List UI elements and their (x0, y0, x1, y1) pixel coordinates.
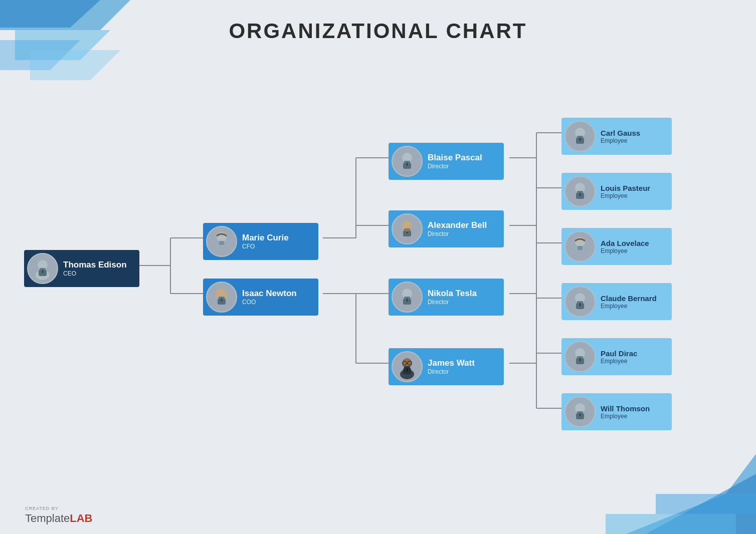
marie-curie-card: Marie Curie CFO (203, 223, 318, 260)
claude-bernard-role: Employee (601, 303, 657, 310)
ceo-avatar (27, 253, 58, 284)
carl-gauss-text: Carl Gauss Employee (601, 129, 640, 144)
svg-marker-8 (656, 494, 756, 514)
ceo-text: Thomas Edison CEO (63, 260, 127, 277)
nikola-tesla-node: Nikola Tesla Director (389, 279, 504, 316)
nikola-tesla-name: Nikola Tesla (428, 289, 477, 299)
louis-pasteur-role: Employee (601, 192, 650, 199)
nikola-tesla-role: Director (428, 299, 477, 306)
marie-curie-avatar (206, 226, 237, 257)
paul-dirac-text: Paul Dirac Employee (601, 349, 637, 365)
nikola-tesla-card: Nikola Tesla Director (389, 279, 504, 316)
svg-rect-42 (219, 241, 224, 245)
blaise-pascal-node: Blaise Pascal Director (389, 143, 504, 180)
alexander-bell-card: Alexander Bell Director (389, 210, 504, 247)
ada-lovelace-role: Employee (601, 247, 649, 254)
james-watt-text: James Watt Director (428, 358, 475, 375)
claude-bernard-name: Claude Bernard (601, 294, 657, 303)
blaise-pascal-text: Blaise Pascal Director (428, 153, 482, 170)
claude-bernard-text: Claude Bernard Employee (601, 294, 657, 310)
footer: CREATED BY TemplateLAB (25, 506, 93, 525)
louis-pasteur-card: Louis Pasteur Employee (561, 173, 672, 210)
will-thomson-avatar (564, 396, 596, 427)
ceo-role: CEO (63, 270, 127, 277)
svg-point-82 (574, 249, 587, 258)
james-watt-node: James Watt Director (389, 348, 504, 385)
svg-marker-7 (606, 514, 736, 534)
will-thomson-text: Will Thomson Employee (601, 404, 650, 420)
james-watt-role: Director (428, 368, 475, 375)
isaac-newton-name: Isaac Newton (242, 289, 297, 299)
page-title: ORGANIZATIONAL CHART (0, 19, 756, 43)
footer-brand-lab: LAB (70, 512, 92, 524)
ceo-node: Thomas Edison CEO (24, 250, 139, 287)
ada-lovelace-name: Ada Lovelace (601, 239, 649, 247)
ceo-card: Thomas Edison CEO (24, 250, 139, 287)
james-watt-card: James Watt Director (389, 348, 504, 385)
paul-dirac-name: Paul Dirac (601, 349, 637, 358)
alexander-bell-role: Director (428, 230, 487, 237)
marie-curie-name: Marie Curie (242, 233, 289, 243)
blaise-pascal-card: Blaise Pascal Director (389, 143, 504, 180)
alexander-bell-avatar (392, 213, 423, 244)
carl-gauss-name: Carl Gauss (601, 129, 640, 137)
marie-curie-node: Marie Curie CFO (203, 223, 318, 260)
isaac-newton-node: Isaac Newton COO (203, 279, 318, 316)
svg-rect-83 (578, 246, 583, 250)
carl-gauss-avatar (564, 121, 596, 152)
isaac-newton-card: Isaac Newton COO (203, 279, 318, 316)
louis-pasteur-name: Louis Pasteur (601, 184, 650, 192)
alexander-bell-name: Alexander Bell (428, 220, 487, 230)
footer-brand-template: Template (25, 512, 70, 524)
alexander-bell-node: Alexander Bell Director (389, 210, 504, 247)
carl-gauss-role: Employee (601, 137, 640, 144)
will-thomson-card: Will Thomson Employee (561, 393, 672, 430)
blaise-pascal-avatar (392, 146, 423, 177)
isaac-newton-role: COO (242, 299, 297, 306)
ada-lovelace-node: Ada Lovelace Employee (561, 228, 672, 265)
will-thomson-role: Employee (601, 413, 650, 420)
louis-pasteur-node: Louis Pasteur Employee (561, 173, 672, 210)
ada-lovelace-card: Ada Lovelace Employee (561, 228, 672, 265)
paul-dirac-node: Paul Dirac Employee (561, 338, 672, 375)
claude-bernard-avatar (564, 286, 596, 317)
james-watt-name: James Watt (428, 358, 475, 368)
carl-gauss-node: Carl Gauss Employee (561, 118, 672, 155)
svg-point-41 (215, 244, 228, 253)
louis-pasteur-text: Louis Pasteur Employee (601, 184, 650, 199)
marie-curie-text: Marie Curie CFO (242, 233, 289, 250)
james-watt-avatar (392, 351, 423, 382)
ada-lovelace-avatar (564, 231, 596, 262)
will-thomson-node: Will Thomson Employee (561, 393, 672, 430)
louis-pasteur-avatar (564, 176, 596, 207)
footer-created-by: CREATED BY (25, 506, 93, 511)
paul-dirac-avatar (564, 341, 596, 372)
isaac-newton-avatar (206, 282, 237, 313)
blaise-pascal-role: Director (428, 163, 482, 170)
ceo-name: Thomas Edison (63, 260, 127, 270)
will-thomson-name: Will Thomson (601, 404, 650, 413)
marie-curie-role: CFO (242, 243, 289, 250)
ada-lovelace-text: Ada Lovelace Employee (601, 239, 649, 254)
isaac-newton-text: Isaac Newton COO (242, 289, 297, 306)
carl-gauss-card: Carl Gauss Employee (561, 118, 672, 155)
alexander-bell-text: Alexander Bell Director (428, 220, 487, 237)
claude-bernard-node: Claude Bernard Employee (561, 283, 672, 320)
paul-dirac-role: Employee (601, 358, 637, 365)
nikola-tesla-text: Nikola Tesla Director (428, 289, 477, 306)
nikola-tesla-avatar (392, 282, 423, 313)
claude-bernard-card: Claude Bernard Employee (561, 283, 672, 320)
blaise-pascal-name: Blaise Pascal (428, 153, 482, 163)
paul-dirac-card: Paul Dirac Employee (561, 338, 672, 375)
